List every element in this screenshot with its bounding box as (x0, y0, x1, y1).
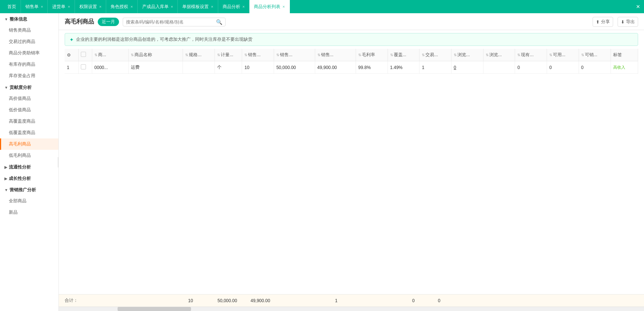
col-code[interactable]: ⇅商... (92, 49, 128, 61)
col-checkbox[interactable] (78, 49, 92, 61)
col-views2[interactable]: ⇅浏览... (483, 49, 515, 61)
col-gross-margin[interactable]: ⇅毛利率 (356, 49, 388, 61)
cell-sales-amount: 50,000.00 (274, 61, 315, 74)
sort-icon: ⇅ (581, 53, 584, 57)
tab-permission-settings[interactable]: 权限设置 × (75, 0, 106, 13)
cell-transactions: 1 (420, 61, 451, 74)
tab-product-analysis[interactable]: 商品分析 × (218, 0, 249, 13)
col-tag[interactable]: 标签 (611, 49, 638, 61)
tab-purchase-order[interactable]: 进货单 × (48, 0, 75, 13)
sidebar-item-stocked-goods[interactable]: 有库存的商品 (0, 59, 58, 70)
sort-icon: ⇅ (217, 53, 220, 57)
footer-cell-stock-current: 0 (410, 298, 436, 303)
tab-sales-order[interactable]: 销售单 × (21, 0, 48, 13)
col-stock-available[interactable]: ⇅可用... (547, 49, 579, 61)
cell-gross-margin: 99.8% (356, 61, 388, 74)
arrow-right-icon: ▶ (4, 165, 7, 169)
share-button[interactable]: ⬆ 分享 (593, 17, 613, 27)
sidebar-item-low-coverage[interactable]: 低覆盖度商品 (0, 127, 58, 138)
tab-close-icon[interactable]: × (242, 4, 245, 9)
footer-cell-views1 (359, 298, 384, 303)
sidebar-item-sales-goods[interactable]: 销售类商品 (0, 25, 58, 36)
sidebar-item-low-value[interactable]: 低价值商品 (0, 104, 58, 116)
footer-cell-sales-profit: 49,900.00 (248, 298, 281, 303)
tab-close-icon[interactable]: × (99, 4, 101, 9)
tab-order-template[interactable]: 单据模板设置 × (178, 0, 218, 13)
settings-icon[interactable]: ⚙ (67, 53, 71, 58)
tab-close-icon[interactable]: × (171, 4, 173, 9)
search-input[interactable] (126, 19, 216, 25)
sidebar-item-new-goods[interactable]: 新品 (0, 207, 58, 218)
cell-stock-available: 0 (547, 61, 579, 74)
sidebar-item-high-coverage[interactable]: 高覆盖度商品 (0, 116, 58, 127)
sidebar-item-traded-goods[interactable]: 交易过的商品 (0, 36, 58, 47)
col-transactions[interactable]: ⇅交易... (420, 49, 451, 61)
sidebar-item-high-value[interactable]: 高价值商品 (0, 93, 58, 104)
filter-recent-month-button[interactable]: 近一月 (98, 18, 119, 26)
sidebar-item-low-margin[interactable]: 低毛利商品 (0, 150, 58, 161)
table-row: 1 0000... 运费 个 10 50,000.00 49,900.00 99… (65, 61, 638, 74)
col-coverage[interactable]: ⇅覆盖... (388, 49, 420, 61)
tab-role-auth[interactable]: 角色授权 × (106, 0, 137, 13)
search-box[interactable]: 🔍 (123, 18, 226, 26)
col-settings[interactable]: ⚙ (65, 49, 78, 61)
col-stock-current[interactable]: ⇅现有... (515, 49, 547, 61)
footer-cell-empty2 (164, 298, 186, 303)
footer-cell-gross-margin (281, 298, 307, 303)
sidebar-toggle-button[interactable]: « (58, 157, 59, 167)
col-sales-qty[interactable]: ⇅销售... (242, 49, 274, 61)
cell-sales-qty: 10 (242, 61, 274, 74)
col-name[interactable]: ⇅商品名称 (128, 49, 183, 61)
tab-close-icon[interactable]: × (41, 4, 43, 9)
sidebar-item-all-goods[interactable]: 全部商品 (0, 195, 58, 207)
col-spec[interactable]: ⇅规格... (183, 49, 215, 61)
footer-cell-views2 (384, 298, 410, 303)
horizontal-scrollbar[interactable] (59, 307, 644, 311)
footer-label: 合计： (65, 297, 87, 304)
sidebar-group-overall[interactable]: ▼ 整体信息 (0, 13, 58, 25)
tab-product-inbound[interactable]: 产成品入库单 × (138, 0, 178, 13)
sidebar-item-category-rate[interactable]: 商品分类助销率 (0, 47, 58, 59)
info-text: 企业的主要的利润都是这部分商品创造的，可考虑加大推广，同时关注库存是不要出现缺货 (76, 36, 252, 43)
col-views1[interactable]: ⇅浏览... (451, 49, 483, 61)
sort-icon: ⇅ (131, 53, 134, 57)
footer-cell-empty1 (87, 298, 164, 303)
scrollbar-thumb[interactable] (118, 307, 191, 311)
page-title: 高毛利商品 (65, 18, 94, 26)
row-checkbox[interactable] (81, 64, 86, 69)
top-navigation: 首页 销售单 × 进货单 × 权限设置 × 角色授权 × 产成品入库单 × 单据… (0, 0, 644, 13)
select-all-checkbox[interactable] (81, 52, 86, 57)
tab-product-analysis-list[interactable]: 商品分析列表 × (249, 0, 289, 13)
cell-sales-profit: 49,900.00 (315, 61, 356, 74)
tab-close-icon[interactable]: × (68, 4, 70, 9)
cell-checkbox[interactable] (78, 61, 92, 74)
col-unit[interactable]: ⇅计量... (215, 49, 242, 61)
share-icon: ⬆ (596, 19, 600, 25)
tab-home[interactable]: 首页 (3, 0, 21, 13)
sidebar-group-contribution[interactable]: ▼ 贡献度分析 (0, 82, 58, 93)
cell-name: 运费 (128, 61, 183, 74)
sidebar-group-marketing[interactable]: ▼ 营销推广分析 (0, 184, 58, 195)
export-button[interactable]: ⬇ 导出 (618, 17, 638, 27)
cell-unit: 个 (215, 61, 242, 74)
sidebar-item-high-margin[interactable]: 高毛利商品 (0, 138, 58, 150)
col-sales-profit[interactable]: ⇅销售... (315, 49, 356, 61)
sort-icon: ⇅ (454, 53, 457, 57)
col-stock-sellable[interactable]: ⇅可销... (579, 49, 611, 61)
tab-close-icon[interactable]: × (211, 4, 213, 9)
cell-views2 (483, 61, 515, 74)
col-sales-amount[interactable]: ⇅销售... (274, 49, 315, 61)
sidebar-group-growth[interactable]: ▶ 成长性分析 (0, 173, 58, 184)
sort-icon: ⇅ (317, 53, 320, 57)
tab-close-icon[interactable]: × (130, 4, 133, 9)
arrow-down-icon: ▼ (4, 86, 8, 90)
search-icon[interactable]: 🔍 (216, 19, 222, 25)
app-close-button[interactable]: ✕ (636, 4, 640, 10)
cell-views1[interactable]: 0 (451, 61, 483, 74)
footer-cell-sales-amount: 50,000.00 (215, 298, 248, 303)
sidebar: « ▼ 整体信息 销售类商品 交易过的商品 商品分类助销率 有库存的商品 库存资… (0, 13, 59, 311)
sidebar-item-stock-capital[interactable]: 库存资金占用 (0, 70, 58, 82)
tab-close-icon[interactable]: × (283, 4, 285, 9)
sidebar-group-liquidity[interactable]: ▶ 流通性分析 (0, 161, 58, 173)
arrow-down-icon: ▼ (4, 188, 8, 192)
